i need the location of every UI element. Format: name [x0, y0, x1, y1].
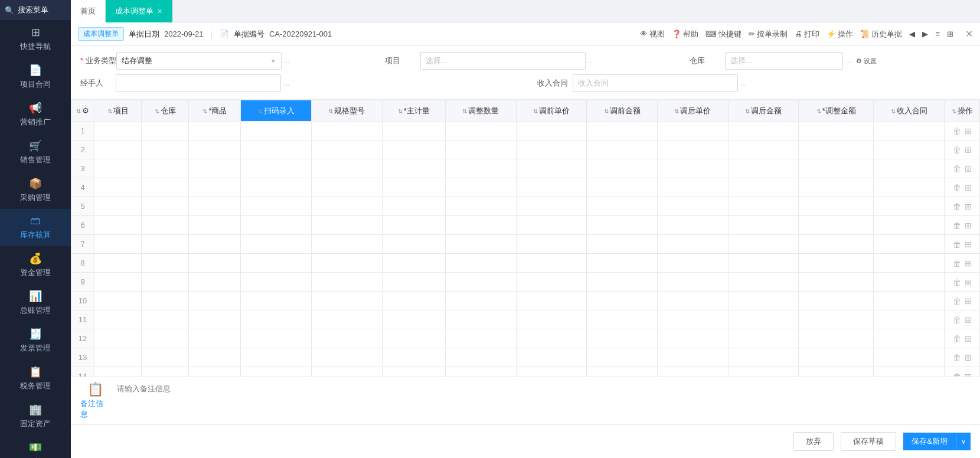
cell-scan-1[interactable]: [241, 122, 312, 140]
cell-post-amount-1[interactable]: [728, 122, 799, 140]
cell-spec-5[interactable]: [311, 197, 382, 216]
cell-unit-7[interactable]: [382, 235, 446, 254]
save-new-main[interactable]: 保存&新增: [903, 433, 956, 450]
table-row[interactable]: 9 🗑 ⊞: [71, 273, 980, 292]
cell-warehouse-7[interactable]: [142, 235, 189, 254]
print-action[interactable]: 🖨 打印: [795, 29, 819, 40]
cell-unit-4[interactable]: [382, 178, 446, 197]
cell-adj-amount-10[interactable]: [799, 292, 874, 310]
batch-edit-action[interactable]: ✏ 按单录制: [749, 29, 788, 40]
copy-icon-5[interactable]: ⊞: [965, 202, 972, 211]
cell-product-8[interactable]: [189, 254, 241, 273]
cell-pre-price-11[interactable]: [516, 310, 587, 329]
cell-adj-amount-2[interactable]: [799, 140, 874, 159]
cell-income-contract-12[interactable]: [874, 329, 945, 348]
cell-product-10[interactable]: [189, 292, 241, 310]
discard-button[interactable]: 放弃: [793, 432, 834, 451]
cell-spec-7[interactable]: [311, 235, 382, 254]
cell-warehouse-4[interactable]: [142, 178, 189, 197]
cell-adj-qty-14[interactable]: [446, 367, 517, 377]
cell-unit-2[interactable]: [382, 140, 446, 159]
cell-income-contract-14[interactable]: [874, 367, 945, 377]
cell-scan-12[interactable]: [241, 329, 312, 348]
project-input[interactable]: 选择...: [420, 52, 586, 70]
delete-icon-6[interactable]: 🗑: [953, 221, 961, 230]
cell-scan-9[interactable]: [241, 273, 312, 292]
cell-warehouse-5[interactable]: [142, 197, 189, 216]
table-row[interactable]: 11 🗑 ⊞: [71, 310, 980, 329]
copy-icon-4[interactable]: ⊞: [965, 183, 972, 192]
sidebar-item-quick-nav[interactable]: ⊞ 快捷导航: [0, 20, 71, 58]
cell-post-amount-12[interactable]: [728, 329, 799, 348]
cell-adj-qty-2[interactable]: [446, 140, 517, 159]
delete-icon-14[interactable]: 🗑: [953, 372, 961, 377]
sidebar-search[interactable]: 🔍 搜索菜单: [0, 0, 71, 20]
view-list-btn[interactable]: ≡: [935, 30, 940, 38]
cell-warehouse-2[interactable]: [142, 140, 189, 159]
cell-adj-qty-13[interactable]: [446, 348, 517, 367]
cell-pre-amount-4[interactable]: [587, 178, 658, 197]
cell-adj-qty-4[interactable]: [446, 178, 517, 197]
cell-product-4[interactable]: [189, 178, 241, 197]
cell-unit-1[interactable]: [382, 122, 446, 140]
warehouse-dots[interactable]: ...: [845, 57, 851, 65]
cell-pre-amount-13[interactable]: [587, 348, 658, 367]
income-contract-input[interactable]: 收入合同: [573, 74, 738, 92]
sidebar-item-tax[interactable]: 📋 税务管理: [0, 359, 71, 397]
cell-pre-amount-11[interactable]: [587, 310, 658, 329]
copy-icon-7[interactable]: ⊞: [965, 240, 972, 249]
delete-icon-1[interactable]: 🗑: [953, 126, 961, 136]
sidebar-item-ledger[interactable]: 📊 总账管理: [0, 284, 71, 322]
cell-project-13[interactable]: [94, 348, 142, 367]
delete-icon-4[interactable]: 🗑: [953, 183, 961, 192]
cell-post-amount-13[interactable]: [728, 348, 799, 367]
cell-adj-qty-11[interactable]: [446, 310, 517, 329]
cell-adj-qty-8[interactable]: [446, 254, 517, 273]
cell-adj-amount-1[interactable]: [799, 122, 874, 140]
cell-product-7[interactable]: [189, 235, 241, 254]
cell-spec-9[interactable]: [311, 273, 382, 292]
cell-pre-price-10[interactable]: [516, 292, 587, 310]
cell-spec-8[interactable]: [311, 254, 382, 273]
cell-warehouse-6[interactable]: [142, 216, 189, 235]
cell-product-6[interactable]: [189, 216, 241, 235]
cell-unit-5[interactable]: [382, 197, 446, 216]
cell-project-10[interactable]: [94, 292, 142, 310]
cell-project-14[interactable]: [94, 367, 142, 377]
delete-icon-11[interactable]: 🗑: [953, 315, 961, 325]
delete-icon-2[interactable]: 🗑: [953, 145, 961, 155]
cell-adj-amount-4[interactable]: [799, 178, 874, 197]
cell-pre-price-9[interactable]: [516, 273, 587, 292]
cell-adj-qty-7[interactable]: [446, 235, 517, 254]
cell-pre-amount-8[interactable]: [587, 254, 658, 273]
cell-adj-qty-3[interactable]: [446, 159, 517, 178]
copy-icon-2[interactable]: ⊞: [965, 145, 972, 155]
cell-product-12[interactable]: [189, 329, 241, 348]
save-draft-button[interactable]: 保存草稿: [841, 432, 896, 451]
cell-project-9[interactable]: [94, 273, 142, 292]
cell-post-price-9[interactable]: [657, 273, 728, 292]
cell-post-price-6[interactable]: [657, 216, 728, 235]
cell-spec-12[interactable]: [311, 329, 382, 348]
cell-unit-6[interactable]: [382, 216, 446, 235]
cell-spec-11[interactable]: [311, 310, 382, 329]
cell-scan-4[interactable]: [241, 178, 312, 197]
view-action[interactable]: 👁 视图: [640, 29, 665, 40]
cell-adj-amount-6[interactable]: [799, 216, 874, 235]
cell-scan-5[interactable]: [241, 197, 312, 216]
view-grid-btn[interactable]: ⊞: [947, 30, 953, 38]
cell-pre-amount-6[interactable]: [587, 216, 658, 235]
business-type-input[interactable]: 结存调整 ▼: [116, 52, 282, 70]
cell-adj-qty-5[interactable]: [446, 197, 517, 216]
cell-pre-amount-14[interactable]: [587, 367, 658, 377]
cell-pre-amount-3[interactable]: [587, 159, 658, 178]
cell-pre-price-12[interactable]: [516, 329, 587, 348]
cell-warehouse-13[interactable]: [142, 348, 189, 367]
table-row[interactable]: 10 🗑 ⊞: [71, 292, 980, 310]
cell-pre-amount-9[interactable]: [587, 273, 658, 292]
cell-income-contract-8[interactable]: [874, 254, 945, 273]
cell-scan-2[interactable]: [241, 140, 312, 159]
nav-prev[interactable]: ◀: [909, 30, 915, 38]
cell-post-amount-5[interactable]: [728, 197, 799, 216]
cell-post-price-12[interactable]: [657, 329, 728, 348]
